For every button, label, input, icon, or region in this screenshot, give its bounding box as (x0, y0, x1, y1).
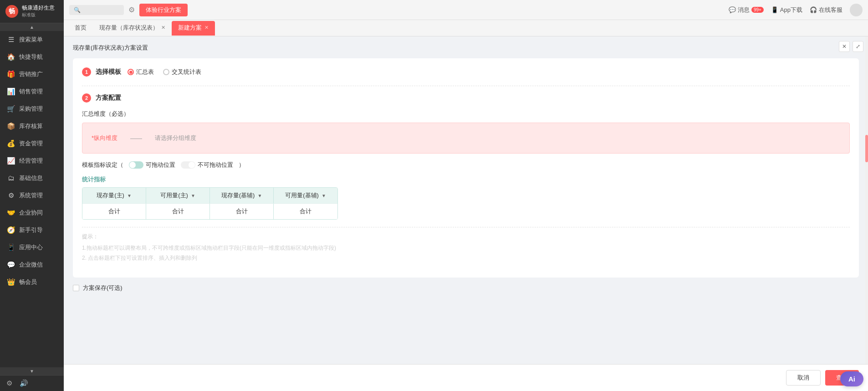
home-icon: 🏠 (6, 53, 15, 61)
sidebar-item-label: 新手引导 (19, 226, 43, 234)
sidebar-item-member[interactable]: 👑 畅会员 (0, 273, 64, 291)
stats-header-label-1: 可用量(主) (160, 191, 188, 200)
stats-cell-3: 合计 (274, 204, 337, 219)
footer-bar: 取消 查询 (64, 364, 868, 391)
user-avatar[interactable] (850, 4, 863, 16)
message-label: 消息 (738, 6, 750, 14)
stats-header-label-3: 可用量(基辅) (285, 191, 319, 200)
tab-new-scheme-label: 新建方案 (178, 24, 202, 32)
message-btn[interactable]: 💬 消息 99+ (729, 6, 764, 14)
sidebar: 畅 畅康通好生意 标准版 ▲ ☰ 搜索菜单 🏠 快捷导航 🎁 营销推广 📊 销售… (0, 0, 64, 391)
sidebar-item-label: 基础信息 (19, 174, 43, 182)
trial-btn[interactable]: 体验行业方案 (139, 4, 188, 16)
stats-data-label-2: 合计 (236, 207, 248, 216)
sidebar-bottom: ⚙ 🔊 (0, 375, 64, 391)
gift-icon: 🎁 (6, 70, 15, 78)
sidebar-item-label: 畅会员 (19, 278, 37, 286)
scrollbar-thumb (865, 135, 868, 162)
chevron-down-icon-1: ▼ (191, 193, 195, 198)
draggable-toggle[interactable]: 可拖动位置 (129, 161, 175, 169)
step1-title: 选择模板 (96, 68, 121, 76)
dimension-box[interactable]: *纵向维度 —— 请选择分组维度 (82, 123, 850, 154)
sidebar-item-label: 销售管理 (19, 87, 43, 96)
step2-badge: 2 (82, 93, 91, 103)
toggle-draggable-knob (129, 162, 136, 168)
sidebar-item-basic-info[interactable]: 🗂 基础信息 (0, 170, 64, 187)
sidebar-scroll-down[interactable]: ▼ (0, 367, 64, 375)
sidebar-item-guide[interactable]: 🧭 新手引导 (0, 221, 64, 239)
sidebar-item-cooperation[interactable]: 🤝 企业协同 (0, 204, 64, 221)
speaker-icon[interactable]: 🔊 (20, 379, 28, 387)
tab-inventory-status[interactable]: 现存量（库存状况表） ✕ (93, 21, 172, 36)
stats-header-1[interactable]: 可用量(主) ▼ (146, 188, 210, 203)
sidebar-item-wechat[interactable]: 💬 企业微信 (0, 256, 64, 273)
sidebar-item-app-center[interactable]: 📱 应用中心 (0, 239, 64, 256)
message-icon: 💬 (729, 6, 736, 13)
panel-expand-btn[interactable]: ⤢ (853, 41, 863, 52)
ai-button[interactable]: Ai (840, 371, 863, 386)
search-menu-icon: ☰ (6, 36, 15, 44)
wechat-icon: 💬 (6, 261, 15, 269)
sidebar-item-label: 营销推广 (19, 70, 43, 78)
draggable-label: 可拖动位置 (146, 161, 175, 169)
template-summary-label: 汇总表 (136, 68, 154, 76)
sidebar-item-search-menu[interactable]: ☰ 搜索菜单 (0, 31, 64, 48)
toggle-not-draggable-box (181, 161, 195, 169)
tab-new-scheme[interactable]: 新建方案 ✕ (172, 21, 215, 36)
template-radio-group: 汇总表 交叉统计表 (128, 68, 201, 76)
save-option-checkbox[interactable] (73, 285, 79, 291)
settings-icon[interactable]: ⚙ (6, 379, 12, 387)
sidebar-item-purchase[interactable]: 🛒 采购管理 (0, 100, 64, 118)
radio-summary-dot (129, 71, 133, 74)
sidebar-item-system[interactable]: ⚙ 系统管理 (0, 187, 64, 204)
sidebar-item-operations[interactable]: 📈 经营管理 (0, 152, 64, 170)
sidebar-item-marketing[interactable]: 🎁 营销推广 (0, 66, 64, 83)
tip-text-2: 2. 点击标题栏下拉可设置排序、插入列和删除列 (82, 253, 197, 263)
search-box[interactable]: 🔍 (69, 5, 124, 15)
cart-icon: 🛒 (6, 105, 15, 113)
guide-icon: 🧭 (6, 226, 15, 234)
step1-row: 1 选择模板 汇总表 交叉统计表 (82, 67, 850, 77)
indicator-settings-label: 模板指标设定（ (82, 161, 123, 169)
panel-controls: ✕ ⤢ (839, 41, 863, 52)
stats-header-0[interactable]: 现存量(主) ▼ (82, 188, 146, 203)
panel-close-btn[interactable]: ✕ (839, 41, 850, 52)
support-btn[interactable]: 🎧 在线客服 (810, 6, 842, 14)
app-download-icon: 📱 (771, 6, 778, 13)
sidebar-item-sales[interactable]: 📊 销售管理 (0, 83, 64, 100)
stats-section-title: 统计指标 (82, 175, 850, 184)
coop-icon: 🤝 (6, 209, 15, 217)
chart-icon: 📊 (6, 87, 15, 96)
tab-home[interactable]: 首页 (68, 21, 93, 36)
template-option-cross[interactable]: 交叉统计表 (163, 68, 201, 76)
sidebar-item-label: 企业协同 (19, 209, 43, 217)
sidebar-item-label: 企业微信 (19, 261, 43, 269)
stats-header-3[interactable]: 可用量(基辅) ▼ (274, 188, 337, 203)
chevron-down-icon-2: ▼ (257, 193, 262, 198)
tip-text-1: 1.拖动标题栏可以调整布局，不可跨维度或指标区域拖动栏目字段(只能在同一维度或指… (82, 243, 336, 253)
sidebar-item-quick-nav[interactable]: 🏠 快捷导航 (0, 48, 64, 66)
info-icon: 🗂 (6, 174, 15, 182)
cancel-button[interactable]: 取消 (786, 370, 821, 386)
app-download-label: App下载 (780, 6, 802, 14)
radio-cross-circle (163, 69, 169, 75)
sidebar-item-inventory[interactable]: 📦 库存核算 (0, 118, 64, 135)
sidebar-item-label: 搜索菜单 (19, 36, 43, 44)
template-option-summary[interactable]: 汇总表 (128, 68, 154, 76)
tab-new-scheme-close-icon[interactable]: ✕ (204, 25, 209, 31)
stats-header-2[interactable]: 现存量(基辅) ▼ (210, 188, 274, 203)
stats-header-row: 现存量(主) ▼ 可用量(主) ▼ 现存量(基辅) ▼ 可用量(基辅) (82, 188, 337, 203)
topbar-gear-icon[interactable]: ⚙ (128, 5, 135, 14)
sidebar-scroll-up[interactable]: ▲ (0, 23, 64, 31)
app-download-btn[interactable]: 📱 App下载 (771, 6, 802, 14)
dim-placeholder: 请选择分组维度 (155, 134, 196, 142)
dimension-label: 汇总维度（必选） (82, 110, 850, 118)
template-cross-label: 交叉统计表 (172, 68, 201, 76)
step1-section: 1 选择模板 汇总表 交叉统计表 (82, 67, 850, 77)
dim-separator: —— (130, 135, 142, 142)
save-option-row: 方案保存(可选) (73, 278, 859, 298)
tab-inventory-close-icon[interactable]: ✕ (161, 25, 165, 31)
right-scrollbar[interactable] (865, 36, 868, 364)
sidebar-item-finance[interactable]: 💰 资金管理 (0, 135, 64, 152)
stats-data-label-1: 合计 (172, 207, 184, 216)
